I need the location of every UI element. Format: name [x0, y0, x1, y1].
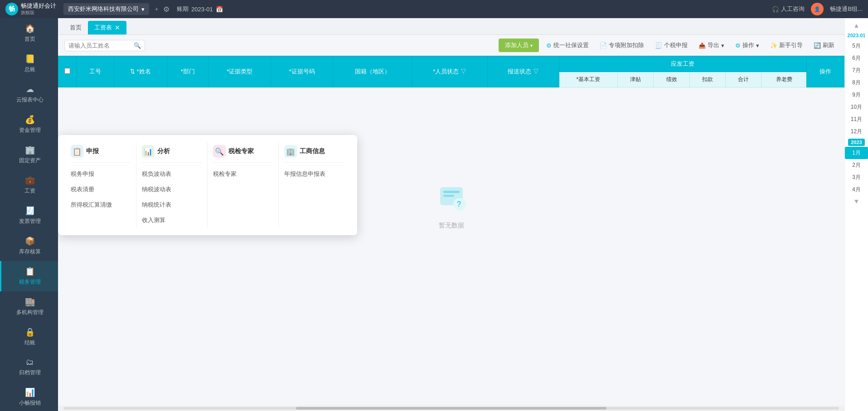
timeline-month-9[interactable]: 9月: [845, 89, 868, 101]
timeline-month-3[interactable]: 3月: [845, 171, 868, 184]
performance-header: 绩效: [654, 72, 689, 87]
menu-tax-form[interactable]: 税表清册: [71, 182, 131, 197]
cloud-icon: ☁: [26, 84, 34, 94]
app-subtitle: 旗舰版: [21, 10, 56, 16]
sidebar-item-closing[interactable]: 🔒 结账: [0, 322, 58, 352]
menu-tax-expert[interactable]: 税检专家: [213, 166, 273, 182]
operate-icon: ⚙: [735, 42, 741, 49]
tab-home[interactable]: 首页: [63, 21, 88, 34]
checkbox-header[interactable]: [58, 56, 77, 87]
country-header: 国籍（地区）: [333, 56, 412, 87]
timeline-month-11[interactable]: 11月: [845, 113, 868, 126]
period-value: 2023-01: [191, 6, 213, 13]
timeline-month-6[interactable]: 6月: [845, 52, 868, 64]
social-insurance-icon: ⚙: [546, 42, 552, 49]
new-guide-icon: ✨: [770, 42, 777, 49]
sidebar-label-assets: 固定资产: [19, 157, 41, 164]
timeline-month-1[interactable]: 1月: [845, 147, 868, 159]
menu-income-estimate[interactable]: 收入测算: [142, 213, 202, 228]
tax-icon: 📋: [25, 266, 35, 276]
menu-tax-statistics[interactable]: 纳税统计表: [142, 197, 202, 213]
timeline-month-7[interactable]: 7月: [845, 64, 868, 77]
sidebar-label-report-sales: 小畅报销: [19, 399, 41, 407]
sidebar-item-invoices[interactable]: 🧾 发票管理: [0, 200, 58, 231]
company-selector[interactable]: 西安虾米网络科技有限公司 ▾: [63, 3, 149, 15]
sidebar-item-multi-org[interactable]: 🏬 多机构管理: [0, 291, 58, 322]
menu-tax-movement[interactable]: 纳税波动表: [142, 182, 202, 197]
tax-expert-title: 税检专家: [228, 147, 254, 155]
scrollbar-track[interactable]: [63, 407, 839, 410]
timeline-up-nav[interactable]: ▲: [853, 20, 860, 31]
tab-close-icon[interactable]: ✕: [115, 24, 120, 31]
total-header: 合计: [725, 72, 761, 87]
salary-icon: 💼: [25, 175, 35, 185]
search-input[interactable]: [68, 42, 132, 49]
status-header: *人员状态 ▽: [412, 56, 488, 87]
new-guide-action[interactable]: ✨ 新手引导: [766, 39, 806, 51]
select-all-checkbox[interactable]: [64, 68, 70, 74]
tab-salary[interactable]: 工资表 ✕: [88, 21, 126, 34]
menu-income-tax-calc[interactable]: 所得税汇算清缴: [71, 197, 131, 213]
toolbar: 🔍 添加人员 ▾ ⚙ 统一社保设置 📄 专项附加扣除 🧾 个税申报 📤 导出: [58, 35, 844, 56]
refresh-icon: 🔄: [814, 42, 821, 49]
menu-tax-declare[interactable]: 税务申报: [71, 166, 131, 182]
timeline-month-12[interactable]: 12月: [845, 126, 868, 138]
tax-expert-header: 🔍 税检专家: [213, 142, 273, 163]
filter2-icon[interactable]: ▽: [533, 68, 539, 75]
export-action[interactable]: 📤 导出 ▾: [695, 39, 728, 51]
sidebar-item-funds[interactable]: 💰 资金管理: [0, 109, 58, 140]
personal-tax-icon: 🧾: [655, 42, 662, 49]
timeline-month-5[interactable]: 5月: [845, 40, 868, 52]
menu-annual-report[interactable]: 年报信息申报表: [284, 166, 344, 182]
export-arrow-icon: ▾: [721, 42, 724, 49]
sidebar-item-archive[interactable]: 🗂 归档管理: [0, 352, 58, 382]
biz-info-header: 🏢 工商信息: [284, 142, 344, 163]
sidebar-item-home[interactable]: 🏠 首页: [0, 18, 58, 48]
sidebar-item-tax[interactable]: 📋 税务管理: [0, 261, 58, 291]
add-person-button[interactable]: 添加人员 ▾: [499, 39, 539, 52]
help-button[interactable]: 🎧 人工咨询: [772, 5, 805, 13]
analysis-title: 分析: [157, 147, 170, 155]
tab-salary-label: 工资表: [94, 24, 112, 32]
company-name: 西安虾米网络科技有限公司: [68, 5, 139, 13]
inventory-icon: 📦: [25, 236, 35, 246]
tax-dropdown-menu: 📋 申报 税务申报 税表清册 所得税汇算清缴 📊 分析 税负波动表 纳税波动表 …: [58, 135, 357, 235]
salary-table: 工号 ⇅ *姓名 *部门 *证据类型 *证据号码 国籍（地区） *人员状态 ▽ …: [58, 56, 844, 87]
operate-action[interactable]: ⚙ 操作 ▾: [732, 39, 763, 51]
timeline-month-8[interactable]: 8月: [845, 77, 868, 89]
analyze-icon: 📊: [142, 145, 155, 158]
declare-icon: 📋: [71, 145, 83, 158]
app-title-wrap: 畅捷通好会计 旗舰版: [21, 2, 56, 16]
timeline-month-2[interactable]: 2月: [845, 159, 868, 171]
menu-tax-fluctuation[interactable]: 税负波动表: [142, 166, 202, 182]
settings-icon[interactable]: ⚙: [163, 5, 170, 14]
sidebar-item-report-sales[interactable]: 📊 小畅报销: [0, 382, 58, 411]
new-guide-label: 新手引导: [779, 41, 803, 49]
sidebar-item-inventory[interactable]: 📦 库存核算: [0, 231, 58, 261]
sidebar-item-ledger[interactable]: 📒 总账: [0, 48, 58, 79]
special-deduct-action[interactable]: 📄 专项附加扣除: [596, 39, 648, 51]
headset-icon: 🎧: [772, 6, 779, 13]
timeline-month-4[interactable]: 4月: [845, 184, 868, 196]
id-no-header: *证据号码: [271, 56, 333, 87]
timeline-down-nav[interactable]: ▼: [853, 196, 860, 207]
sidebar-item-cloud-report[interactable]: ☁ 云报表中心: [0, 79, 58, 109]
scrollbar-thumb[interactable]: [296, 407, 606, 410]
calendar-icon[interactable]: 📅: [216, 6, 223, 13]
social-insurance-action[interactable]: ⚙ 统一社保设置: [543, 39, 592, 51]
add-company-icon[interactable]: ＋: [154, 5, 160, 13]
sidebar-item-assets[interactable]: 🏢 固定资产: [0, 140, 58, 170]
personal-tax-action[interactable]: 🧾 个税申报: [651, 39, 691, 51]
sidebar-item-salary[interactable]: 💼 工资: [0, 170, 58, 200]
timeline-year-badge: 2023: [848, 139, 864, 146]
sidebar-label-salary: 工资: [24, 187, 35, 195]
declare-title: 申报: [86, 147, 99, 155]
timeline-month-10[interactable]: 10月: [845, 101, 868, 113]
user-avatar[interactable]: 👤: [811, 3, 824, 15]
closing-icon: 🔒: [25, 327, 35, 337]
search-icon: 🔍: [134, 42, 141, 49]
refresh-action[interactable]: 🔄 刷新: [810, 39, 838, 51]
social-insurance-label: 统一社保设置: [553, 41, 589, 49]
filter-icon[interactable]: ▽: [461, 68, 466, 75]
tab-bar: 首页 工资表 ✕: [58, 18, 844, 35]
